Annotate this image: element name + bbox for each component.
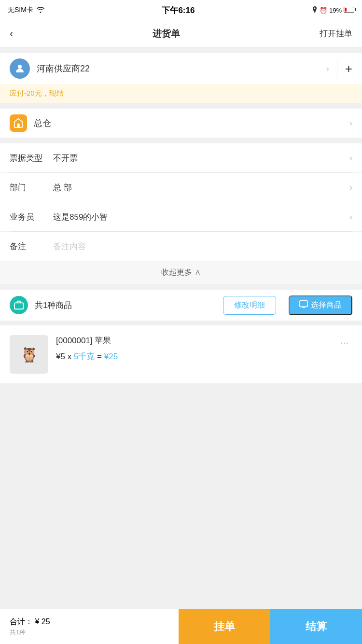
product-header: 共1种商品 修改明细 选择商品 xyxy=(0,290,362,321)
divider-1 xyxy=(0,103,362,109)
hang-button[interactable]: 挂单 xyxy=(179,609,270,644)
status-bar: 无SIM卡 下午6:16 ⏰ 19% xyxy=(0,0,362,20)
product-price: ¥5 x 5千克 = ¥25 xyxy=(56,351,329,362)
product-card: 🦉 [0000001] 苹果 ¥5 x 5千克 = ¥25 ··· xyxy=(0,325,362,383)
supplier-name: 河南供应商22 xyxy=(37,63,90,74)
select-product-label: 选择商品 xyxy=(311,300,342,310)
divider-6 xyxy=(0,284,362,290)
location-icon xyxy=(312,6,318,14)
open-hang-button[interactable]: 打开挂单 xyxy=(320,28,352,39)
total-label: 合计： xyxy=(10,617,33,626)
notice-text: 应付-20元，现结 xyxy=(10,89,64,97)
invoice-row[interactable]: 票据类型 不开票 › xyxy=(0,143,362,172)
supplier-chevron-icon: › xyxy=(326,64,329,74)
total-amount-row: 合计： ¥ 25 xyxy=(10,617,169,627)
collapse-label: 收起更多 ∧ xyxy=(161,267,200,278)
warehouse-icon xyxy=(10,114,27,132)
dept-label: 部门 xyxy=(10,182,53,193)
price-separator: x xyxy=(68,352,74,361)
remark-row[interactable]: 备注 备注内容 xyxy=(0,232,362,261)
dept-row[interactable]: 部门 总 部 › xyxy=(0,173,362,202)
bottom-bar: 合计： ¥ 25 共1种 挂单 结算 xyxy=(0,609,362,644)
product-count: 共1种商品 xyxy=(35,300,216,311)
invoice-chevron-icon: › xyxy=(349,153,352,163)
top-divider xyxy=(0,47,362,53)
remark-label: 备注 xyxy=(10,241,53,252)
total-info: 合计： ¥ 25 共1种 xyxy=(0,617,179,637)
status-time: 下午6:16 xyxy=(162,5,195,16)
battery-icon xyxy=(344,7,354,14)
product-total: ¥25 xyxy=(104,352,118,361)
sales-row[interactable]: 业务员 这是859的小智 › xyxy=(0,202,362,231)
product-name: [0000001] 苹果 xyxy=(56,335,329,346)
wifi-icon xyxy=(36,6,45,14)
signal-text: 无SIM卡 xyxy=(8,6,33,14)
sales-label: 业务员 xyxy=(10,211,53,223)
svg-rect-2 xyxy=(14,303,23,309)
product-icon xyxy=(10,296,28,314)
svg-rect-3 xyxy=(300,301,307,307)
dept-value: 总 部 xyxy=(53,182,349,193)
nav-bar: ‹ 进货单 打开挂单 xyxy=(0,20,362,47)
warehouse-row[interactable]: 总仓 › xyxy=(0,109,362,138)
back-button[interactable]: ‹ xyxy=(10,28,13,40)
sales-chevron-icon: › xyxy=(349,212,352,222)
total-sub: 共1种 xyxy=(10,628,169,637)
page-title: 进货单 xyxy=(153,28,180,40)
warehouse-name: 总仓 xyxy=(34,117,343,129)
battery-level: 19% xyxy=(329,7,342,14)
status-left: 无SIM卡 xyxy=(8,6,45,14)
price-equals: = xyxy=(97,352,104,361)
collapse-bar[interactable]: 收起更多 ∧ xyxy=(0,261,362,284)
select-product-button[interactable]: 选择商品 xyxy=(289,295,352,315)
supplier-info: 河南供应商22 › xyxy=(10,58,329,79)
svg-point-0 xyxy=(18,65,22,69)
checkout-button[interactable]: 结算 xyxy=(270,609,362,644)
product-more-button[interactable]: ··· xyxy=(336,335,352,350)
bottom-spacer xyxy=(0,383,362,422)
product-quantity: 5千克 xyxy=(74,352,95,361)
product-logo-icon: 🦉 xyxy=(20,346,38,363)
invoice-value: 不开票 xyxy=(53,153,349,164)
supplier-divider xyxy=(337,59,337,78)
alarm-icon: ⏰ xyxy=(320,7,327,14)
notice-bar: 应付-20元，现结 xyxy=(0,84,362,103)
edit-detail-button[interactable]: 修改明细 xyxy=(223,296,276,315)
total-amount: ¥ 25 xyxy=(35,617,50,626)
sales-value: 这是859的小智 xyxy=(53,211,349,223)
supplier-avatar xyxy=(10,58,30,79)
product-info: [0000001] 苹果 ¥5 x 5千克 = ¥25 xyxy=(56,335,329,362)
invoice-label: 票据类型 xyxy=(10,153,53,164)
remark-input[interactable]: 备注内容 xyxy=(53,241,352,252)
divider-2 xyxy=(0,138,362,143)
add-supplier-button[interactable]: + xyxy=(345,61,352,76)
supplier-row[interactable]: 河南供应商22 › + xyxy=(0,53,362,84)
status-right: ⏰ 19% xyxy=(312,6,354,14)
product-thumbnail: 🦉 xyxy=(10,335,48,374)
select-icon xyxy=(299,300,308,310)
price-unit: ¥5 xyxy=(56,352,65,361)
warehouse-chevron-icon: › xyxy=(349,118,352,128)
svg-rect-1 xyxy=(17,124,20,127)
dept-chevron-icon: › xyxy=(349,182,352,193)
